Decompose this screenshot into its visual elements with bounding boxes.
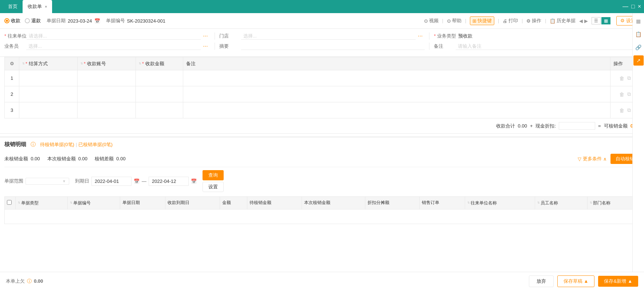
table-header-settlement: ⇅ 结算方式 <box>19 57 78 70</box>
store-field: 门店 ··· <box>219 32 425 40</box>
shortcut-link[interactable]: ⊞ 快捷键 <box>470 16 494 25</box>
history-link[interactable]: 📋 历史单据 <box>550 17 576 24</box>
query-button[interactable]: 查询 <box>203 170 224 180</box>
sub-table-empty-row <box>5 209 640 224</box>
video-link[interactable]: ⊙ 视频 <box>424 17 439 24</box>
remark-field: 备注 <box>434 43 640 50</box>
store-input[interactable] <box>241 32 416 40</box>
table-row: 3 🗑 ⧉ <box>5 102 640 118</box>
range-select[interactable]: ▼ <box>25 178 69 185</box>
discount-input[interactable] <box>559 122 595 130</box>
delete-row-icon-3[interactable]: 🗑 <box>619 107 624 113</box>
counterpart-field: 往来单位 ··· <box>4 32 210 40</box>
copy-row-icon-1[interactable]: ⧉ <box>627 75 631 81</box>
remark-cell-2[interactable] <box>183 86 610 102</box>
account-cell-2[interactable] <box>78 86 136 102</box>
more-conditions-label: 更多条件 <box>583 156 602 162</box>
select-all-checkbox[interactable] <box>7 200 12 205</box>
amount-cell-3[interactable] <box>136 102 183 118</box>
range-filter-field: 单据范围 ▼ <box>4 178 69 185</box>
total-value: 0.00 <box>518 123 527 129</box>
tab-active[interactable]: 收款单 × <box>23 0 52 13</box>
business-type-field: 业务类型 预收款 ▼ <box>434 33 640 39</box>
sub-header-discount: 折扣分摊额 <box>365 197 419 209</box>
tab-home[interactable]: 首页 <box>3 0 23 13</box>
view-grid-btn[interactable]: ▦ <box>601 17 610 24</box>
counterpart-input[interactable] <box>27 32 201 40</box>
diff-label: 核销差额 0.00 <box>95 156 126 162</box>
sub-header-pending: 待核销金额 <box>247 197 302 209</box>
table-header-gear[interactable]: ⚙ <box>5 57 19 70</box>
settlement-cell-1[interactable] <box>19 70 78 86</box>
nav-arrows[interactable]: ◀ ▶ <box>579 18 588 24</box>
remark-cell-3[interactable] <box>183 102 610 118</box>
date-to-calendar-icon[interactable]: 📅 <box>191 179 197 184</box>
pending-tab[interactable]: 待核销单据(0笔) <box>40 141 74 148</box>
remark-input[interactable] <box>456 43 640 50</box>
radio-refund[interactable]: 退款 <box>25 17 41 24</box>
amount-cell-1[interactable] <box>136 70 183 86</box>
tab-bar: 首页 收款单 × — □ × <box>0 0 644 13</box>
table-header-account: ⇅ 收款账号 <box>78 57 136 70</box>
remark-cell-1[interactable] <box>183 70 610 86</box>
date-calendar-icon[interactable]: 📅 <box>94 18 100 24</box>
amount-cell-2[interactable] <box>136 86 183 102</box>
account-cell-3[interactable] <box>78 102 136 118</box>
help-icon: ⊙ <box>447 18 451 24</box>
store-label: 门店 <box>219 33 241 39</box>
store-more-icon[interactable]: ··· <box>416 33 425 39</box>
copy-row-icon-3[interactable]: ⧉ <box>627 107 631 113</box>
print-link[interactable]: 🖨 打印 <box>503 17 518 24</box>
reconcil-tabs: 待核销单据(0笔) | 已核销单据(0笔) <box>40 141 113 148</box>
date-from-calendar-icon[interactable]: 📅 <box>134 179 140 184</box>
uncleared-label: 未核销金额 0.00 <box>4 156 40 162</box>
save-new-button[interactable]: 保存&新增 ▲ <box>598 276 638 287</box>
tab-close-icon[interactable]: × <box>45 4 47 9</box>
counterpart-more-icon[interactable]: ··· <box>201 33 210 39</box>
chevron-up-icon: ∧ <box>603 156 607 162</box>
help-link[interactable]: ⊙ 帮助 <box>447 17 462 24</box>
sidebar-icon-expand[interactable]: ↗ <box>633 55 644 66</box>
date-from-input[interactable] <box>91 177 131 186</box>
radio-receive[interactable]: 收款 <box>4 17 20 24</box>
more-conditions-link[interactable]: ▽ 更多条件 ∧ <box>578 156 607 162</box>
settlement-cell-3[interactable] <box>19 102 78 118</box>
minimize-icon[interactable]: — <box>623 3 628 10</box>
date-range-label: 到期日 <box>75 178 89 184</box>
total-label: 收款合计 <box>496 123 515 129</box>
discount-label: 现金折扣: <box>535 123 556 129</box>
filter-settings-button[interactable]: 设置 <box>203 182 224 192</box>
date-field: 单据日期 2023-03-24 📅 <box>47 17 100 24</box>
history-icon: 📋 <box>550 18 555 24</box>
date-to-input[interactable] <box>149 177 189 186</box>
done-tab[interactable]: 已核销单据(0笔) <box>78 141 113 148</box>
copy-row-icon-2[interactable]: ⧉ <box>627 91 631 97</box>
settlement-cell-2[interactable] <box>19 86 78 102</box>
sidebar-icon-doc[interactable]: 📋 <box>633 29 644 39</box>
sub-header-doc-date: 单据日期 <box>120 197 165 209</box>
reconcil-info-icon[interactable]: ⓘ <box>31 141 36 148</box>
view-list-btn[interactable]: ☰ <box>592 17 601 24</box>
table-row: 1 🗑 ⧉ <box>5 70 640 86</box>
bottom-left-value: 0.00 <box>34 278 43 284</box>
delete-row-icon-1[interactable]: 🗑 <box>619 75 624 81</box>
radio-refund-dot <box>25 18 30 23</box>
sidebar-icon-table[interactable]: ▦ <box>633 16 644 26</box>
discard-button[interactable]: 放弃 <box>529 275 554 287</box>
number-value: SK-20230324-001 <box>127 18 166 24</box>
maximize-icon[interactable]: □ <box>631 3 635 10</box>
summary-input[interactable] <box>241 43 425 50</box>
sidebar-icon-link[interactable]: 🔗 <box>633 42 644 52</box>
uncleared-label-text: 未核销金额 <box>4 156 28 161</box>
operate-link[interactable]: ⚙ 操作 <box>526 17 541 24</box>
delete-row-icon-2[interactable]: 🗑 <box>619 91 624 97</box>
draft-button[interactable]: 保存草稿 ▲ <box>557 275 595 287</box>
info-icon-bottom: ⓘ <box>27 278 32 285</box>
salesperson-more-icon[interactable]: ··· <box>201 43 210 50</box>
radio-receive-label: 收款 <box>11 17 20 24</box>
account-cell-1[interactable] <box>78 70 136 86</box>
table-row: 2 🗑 ⧉ <box>5 86 640 102</box>
window-close-icon[interactable]: × <box>638 3 641 10</box>
salesperson-input[interactable] <box>26 43 201 50</box>
summary-field: 摘要 <box>219 43 425 50</box>
